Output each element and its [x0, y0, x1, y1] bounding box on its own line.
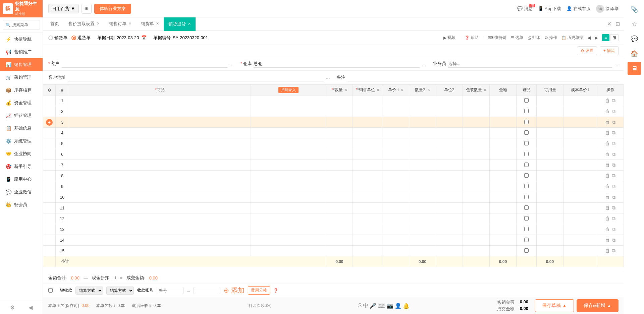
maximize-tab-button[interactable]: ⊡	[614, 19, 621, 28]
gift-checkbox[interactable]	[524, 238, 529, 242]
gift-checkbox[interactable]	[524, 173, 529, 178]
daily-goods-selector[interactable]: 日用百货 ▼	[48, 4, 79, 13]
cash-discount-info[interactable]: ℹ	[115, 276, 116, 280]
customer-input[interactable]	[61, 60, 227, 68]
gift-checkbox[interactable]	[524, 130, 529, 135]
pack-sort[interactable]: ⇅	[484, 88, 486, 92]
gift-checkbox[interactable]	[524, 109, 529, 113]
status-icon-6[interactable]: 👤	[395, 303, 401, 309]
right-panel-attach[interactable]: 📎	[628, 3, 641, 16]
tab-sales-order-close[interactable]: ✕	[128, 21, 131, 26]
row-product-cell[interactable]	[69, 117, 251, 128]
sidebar-item-enterprise[interactable]: 🤝 企业协同	[0, 147, 43, 160]
delete-row-button[interactable]: 🗑	[604, 119, 610, 125]
copy-row-button[interactable]: ⧉	[611, 215, 616, 222]
delete-row-button[interactable]: 🗑	[604, 247, 610, 254]
right-panel-chat[interactable]: 💬	[628, 32, 641, 46]
sidebar-item-inventory[interactable]: 📦 库存核算	[0, 84, 43, 97]
gift-checkbox[interactable]	[524, 248, 529, 253]
delete-row-button[interactable]: 🗑	[604, 172, 610, 179]
gift-checkbox[interactable]	[524, 184, 529, 188]
add-row-button[interactable]: +	[46, 119, 53, 126]
video-help-button[interactable]: ▶ 视频	[443, 35, 455, 41]
unit-sort[interactable]: ⇅	[377, 88, 379, 92]
sidebar-item-member[interactable]: 👑 畅会员	[0, 198, 43, 211]
sidebar-collapse-button[interactable]: ◀	[29, 304, 33, 311]
online-service-button[interactable]: 👤 在线客服	[567, 6, 591, 12]
delete-row-button[interactable]: 🗑	[604, 183, 610, 190]
address-input[interactable]	[68, 73, 324, 81]
copy-row-button[interactable]: ⧉	[611, 237, 616, 244]
sidebar-item-finance[interactable]: 💰 资金管理	[0, 97, 43, 109]
grid-view-button[interactable]: ⊞	[610, 34, 619, 41]
scan-button[interactable]: 扫码录入	[278, 87, 299, 93]
copy-row-button[interactable]: ⧉	[611, 119, 616, 126]
notification-button[interactable]: 💬 消息 70	[517, 6, 533, 12]
delete-row-button[interactable]: 🗑	[604, 226, 610, 233]
close-tab-button[interactable]: ✕	[606, 19, 613, 28]
save-new-button[interactable]: 保存&新增 ▲	[577, 299, 619, 312]
logistics-button[interactable]: + 物流	[600, 46, 619, 55]
delete-row-button[interactable]: 🗑	[604, 140, 610, 147]
salesperson-input[interactable]	[448, 60, 612, 68]
delete-row-button[interactable]: 🗑	[604, 151, 610, 158]
radio-delivery[interactable]: 销货单	[48, 35, 67, 41]
sidebar-item-purchase[interactable]: 🛒 采购管理	[0, 71, 43, 84]
sidebar-item-sales[interactable]: 📊 销售管理	[0, 58, 43, 71]
copy-row-button[interactable]: ⧉	[611, 97, 616, 104]
qty-sort[interactable]: ⇅	[344, 88, 347, 92]
status-icon-3[interactable]: 🎤	[370, 303, 376, 309]
gift-checkbox[interactable]	[524, 205, 529, 210]
tab-sales-delivery-close[interactable]: ✕	[156, 21, 159, 26]
tab-sales-return-close[interactable]: ✕	[188, 22, 191, 26]
right-panel-room[interactable]: 🏠	[628, 47, 641, 60]
prev-record-button[interactable]: ◀	[587, 35, 591, 40]
delete-row-button[interactable]: 🗑	[604, 204, 610, 211]
customer-dots[interactable]: ...	[229, 61, 234, 67]
remark-input[interactable]	[347, 73, 619, 81]
status-icon-5[interactable]: 📷	[387, 303, 393, 309]
delete-row-button[interactable]: 🗑	[604, 237, 610, 243]
status-icon-7[interactable]: 🔔	[403, 303, 410, 309]
save-draft-button[interactable]: 保存草稿 ▲	[535, 299, 574, 312]
copy-row-button[interactable]: ⧉	[611, 140, 616, 147]
delete-row-button[interactable]: 🗑	[604, 129, 610, 136]
gift-checkbox[interactable]	[524, 98, 529, 103]
status-icon-2[interactable]: 中	[363, 302, 368, 309]
tab-price-settings[interactable]: 售价提取设置 ✕	[64, 17, 104, 31]
sidebar-item-wechat[interactable]: 💬 企业微信	[0, 186, 43, 198]
settings-gear-button[interactable]: ⚙	[82, 4, 92, 14]
tab-sales-return[interactable]: 销货退货 ✕	[164, 17, 196, 31]
print-button[interactable]: 🖨 打印	[527, 35, 540, 41]
qty2-sort[interactable]: ⇅	[427, 88, 430, 92]
radio-return[interactable]: 退货单	[71, 35, 91, 41]
user-profile[interactable]: 徐 徐泽华	[596, 5, 619, 13]
copy-row-button[interactable]: ⧉	[611, 183, 616, 190]
amount-field[interactable]	[194, 287, 220, 294]
right-panel-screen[interactable]: 🖥	[628, 62, 641, 75]
account-dots[interactable]: ...	[187, 288, 190, 293]
add-payment-button[interactable]: ⊕ 添加	[224, 286, 245, 295]
copy-row-button[interactable]: ⧉	[611, 226, 616, 233]
status-icon-1[interactable]: S	[358, 303, 362, 309]
copy-row-button[interactable]: ⧉	[611, 162, 616, 169]
gift-checkbox[interactable]	[524, 163, 529, 167]
sidebar-item-guide[interactable]: 🎯 新手引导	[0, 160, 43, 173]
sidebar-item-system[interactable]: ⚙️ 系统管理	[0, 135, 43, 147]
next-record-button[interactable]: ▶	[595, 35, 598, 40]
gift-checkbox[interactable]	[524, 195, 529, 199]
copy-row-button[interactable]: ⧉	[611, 204, 616, 211]
copy-row-button[interactable]: ⧉	[611, 151, 616, 158]
right-panel-star[interactable]: ☆	[628, 17, 641, 31]
sidebar-settings-button[interactable]: ⚙	[10, 304, 15, 311]
settlement-method-select[interactable]: 结算方式	[75, 287, 103, 295]
operation-button[interactable]: ⚙ 操作	[544, 35, 557, 41]
warehouse-input[interactable]	[254, 60, 420, 68]
tab-home[interactable]: 首页	[46, 17, 64, 31]
settings-button[interactable]: ⚙ 设置	[577, 46, 597, 55]
warehouse-dots[interactable]: ...	[422, 61, 426, 67]
product-input[interactable]	[72, 120, 248, 125]
gift-checkbox[interactable]	[524, 120, 529, 124]
cost-info-icon[interactable]: ℹ	[588, 88, 589, 92]
calculation-method-select[interactable]: 结算方式	[106, 287, 134, 295]
